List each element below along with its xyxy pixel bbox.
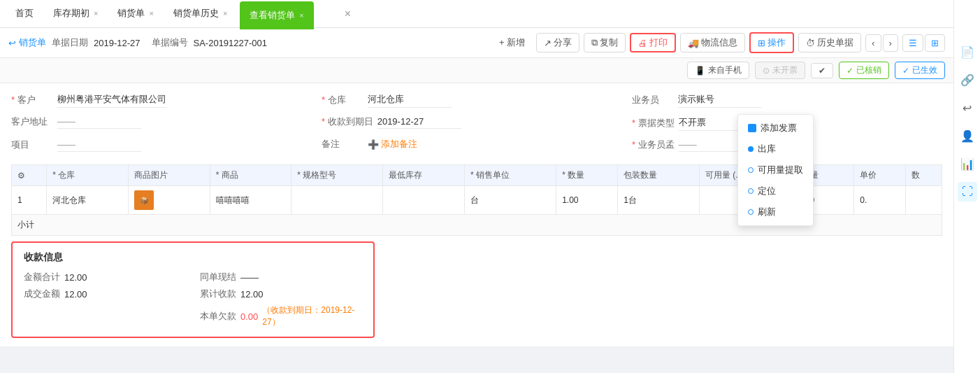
payment-row-deal: 成交金额 12.00 bbox=[24, 288, 186, 300]
add-invoice-icon bbox=[748, 124, 756, 132]
sold-icon: ✓ bbox=[846, 66, 853, 76]
sidebar-chart-icon[interactable]: 📊 bbox=[958, 154, 977, 174]
action-bar: 📱 来自手机 ⊙ 未开票 ✔ ✓ 已核销 ✓ 已生效 bbox=[0, 58, 953, 83]
prev-button[interactable]: ‹ bbox=[865, 34, 881, 52]
project-value: —— bbox=[57, 138, 141, 152]
tab-sales-history[interactable]: 销货单历史 × bbox=[164, 0, 237, 28]
col-settings[interactable]: ⚙ bbox=[12, 165, 47, 186]
dropdown-locate[interactable]: 定位 bbox=[738, 181, 813, 202]
sold-button[interactable]: ✓ 已核销 bbox=[839, 62, 889, 79]
share-button[interactable]: ↗ 分享 bbox=[536, 33, 579, 52]
tab-bar: 首页 库存期初 × 销货单 × 销货单历史 × 查看销货单 × × bbox=[0, 0, 953, 28]
doc-type-icon: ↩ bbox=[8, 38, 16, 48]
form-row-1: 客户 柳州粤港平安气体有限公司 仓库 河北仓库 业务员 演示账号 bbox=[11, 92, 942, 108]
cell-unit: 台 bbox=[465, 186, 556, 215]
tab-inventory-close[interactable]: × bbox=[94, 9, 98, 17]
effect-button[interactable]: ✓ 已生效 bbox=[895, 62, 945, 79]
warehouse-field: 仓库 河北仓库 bbox=[322, 92, 632, 108]
cell-img: 📦 bbox=[128, 186, 210, 215]
not-open-button[interactable]: ⊙ 未开票 bbox=[755, 62, 805, 79]
toolbar: ↩ 销货单 单据日期 2019-12-27 单据编号 SA-20191227-0… bbox=[0, 28, 953, 58]
sidebar-user-icon[interactable]: 👤 bbox=[958, 126, 977, 146]
same-settle-label: 同单现结 bbox=[200, 271, 236, 283]
tab-inventory[interactable]: 库存期初 × bbox=[43, 0, 108, 28]
staff-label: 业务员 bbox=[632, 94, 674, 106]
owed-value: 0.00 bbox=[240, 311, 258, 322]
due-date-field: 收款到期日 2019-12-27 bbox=[322, 115, 632, 129]
check-icon-btn[interactable]: ✔ bbox=[811, 63, 833, 78]
doc-meta: 单据日期 2019-12-27 单据编号 SA-20191227-001 bbox=[52, 36, 487, 49]
doc-no-label: 单据编号 SA-20191227-001 bbox=[152, 36, 268, 49]
dropdown-add-invoice[interactable]: 添加发票 bbox=[738, 118, 813, 139]
tab-sales[interactable]: 销货单 × bbox=[108, 0, 163, 28]
col-warehouse: * 仓库 bbox=[47, 165, 129, 186]
dropdown-refresh[interactable]: 刷新 bbox=[738, 202, 813, 223]
col-unit: * 销售单位 bbox=[465, 165, 556, 186]
staff-field: 业务员 演示账号 bbox=[632, 92, 942, 108]
from-phone-button[interactable]: 📱 来自手机 bbox=[687, 62, 749, 79]
project-field: 项目 —— bbox=[11, 138, 322, 152]
copy-button[interactable]: ⧉ 复制 bbox=[584, 33, 626, 52]
payment-box: 收款信息 金额合计 12.00 同单现结 —— 成交金额 12.00 累计收款 … bbox=[11, 241, 375, 338]
dropdown-outstock[interactable]: 出库 bbox=[738, 139, 813, 160]
col-price: 单价 bbox=[854, 165, 906, 186]
next-button[interactable]: › bbox=[883, 34, 898, 52]
tab-history-close[interactable]: × bbox=[223, 9, 227, 17]
copy-icon: ⧉ bbox=[591, 37, 598, 48]
address-field: 客户地址 —— bbox=[11, 115, 322, 129]
ops-button[interactable]: ⊞ 操作 bbox=[749, 32, 794, 53]
deal-label: 成交金额 bbox=[24, 288, 60, 300]
accumulated-label: 累计收款 bbox=[200, 288, 236, 300]
doc-type-badge: ↩ 销货单 bbox=[8, 36, 46, 49]
plus-icon: ➕ bbox=[368, 139, 379, 150]
cell-no: 1 bbox=[12, 186, 47, 215]
grid-view-button[interactable]: ⊞ bbox=[925, 34, 945, 52]
sidebar-expand-icon[interactable]: ⛶ bbox=[958, 182, 977, 202]
refresh-dot bbox=[748, 209, 754, 215]
dropdown-available-qty[interactable]: 可用量提取 bbox=[738, 160, 813, 181]
history-button[interactable]: ⏱ 历史单据 bbox=[798, 33, 861, 52]
outstock-dot bbox=[748, 146, 754, 152]
product-image: 📦 bbox=[134, 190, 154, 210]
col-img: 商品图片 bbox=[128, 165, 210, 186]
col-pkg-qty: 包装数量 bbox=[618, 165, 700, 186]
truck-icon: 🚚 bbox=[688, 38, 699, 48]
window-close-button[interactable]: × bbox=[345, 8, 351, 20]
tab-sales-close[interactable]: × bbox=[149, 9, 153, 17]
due-date-value: 2019-12-27 bbox=[377, 115, 461, 129]
view-buttons: ☰ ⊞ bbox=[902, 34, 945, 52]
warehouse-label: 仓库 bbox=[322, 94, 363, 106]
same-settle-value: —— bbox=[240, 272, 259, 283]
address-label: 客户地址 bbox=[11, 115, 53, 128]
tab-home[interactable]: 首页 bbox=[6, 0, 43, 28]
col-qty: * 数量 bbox=[556, 165, 618, 186]
print-button[interactable]: 🖨 打印 bbox=[630, 33, 676, 52]
available-dot bbox=[748, 167, 754, 173]
history-icon: ⏱ bbox=[806, 38, 815, 48]
main-content: 添加发票 出库 可用量提取 定位 刷新 客户 柳州粤港平安气 bbox=[0, 83, 953, 346]
share-icon: ↗ bbox=[544, 38, 552, 48]
sidebar-return-icon[interactable]: ↩ bbox=[958, 98, 977, 118]
payment-row-total: 金额合计 12.00 bbox=[24, 271, 186, 283]
cell-price: 0. bbox=[854, 186, 906, 215]
sidebar-link-icon[interactable]: 🔗 bbox=[958, 70, 977, 90]
customer-value: 柳州粤港平安气体有限公司 bbox=[57, 92, 166, 108]
col-product: * 商品 bbox=[210, 165, 291, 186]
payment-row-owed: 本单欠款 0.00 （收款到期日：2019-12-27） bbox=[200, 304, 362, 328]
sidebar-doc-icon[interactable]: 📄 bbox=[958, 42, 977, 62]
total-label: 金额合计 bbox=[24, 271, 60, 283]
cell-spec bbox=[291, 186, 383, 215]
right-sidebar: 📄 🔗 ↩ 👤 📊 ⛶ bbox=[953, 0, 980, 346]
tab-view-sales[interactable]: 查看销货单 × bbox=[240, 1, 313, 29]
phone-icon: 📱 bbox=[695, 66, 705, 76]
notes-field: 备注 ➕ 添加备注 bbox=[322, 138, 632, 150]
add-note-button[interactable]: ➕ 添加备注 bbox=[368, 138, 417, 150]
customer-field: 客户 柳州粤港平安气体有限公司 bbox=[11, 92, 322, 108]
warehouse-value: 河北仓库 bbox=[368, 92, 452, 108]
list-view-button[interactable]: ☰ bbox=[902, 34, 923, 52]
new-button[interactable]: + 新增 bbox=[492, 34, 532, 52]
tab-view-close[interactable]: × bbox=[299, 11, 303, 20]
doc-date-label: 单据日期 2019-12-27 bbox=[52, 36, 140, 49]
cell-pkg-qty: 1台 bbox=[618, 186, 700, 215]
logistics-button[interactable]: 🚚 物流信息 bbox=[680, 33, 745, 52]
